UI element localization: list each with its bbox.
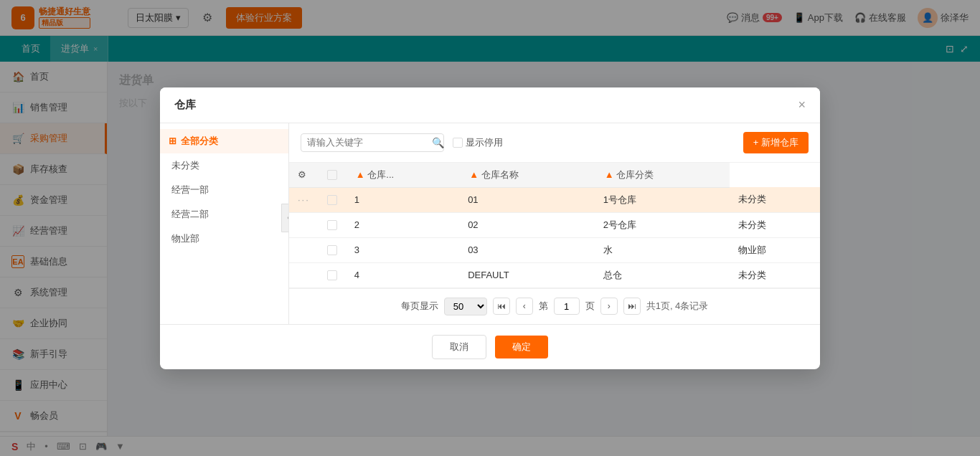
next-page-button[interactable]: › (600, 298, 618, 315)
modal-title: 仓库 (174, 98, 798, 112)
table-row[interactable]: 3 03 水 物业部 (289, 237, 820, 262)
row-name-cell: 2号仓库 (595, 212, 730, 237)
table-header-row: ⚙ ▲ 仓库... ▲ (289, 163, 820, 188)
col-category-header: ▲ 仓库分类 (595, 163, 730, 188)
row-action-cell (289, 262, 319, 288)
row-action-cell (289, 237, 319, 262)
row-index-cell: 4 (346, 262, 459, 288)
confirm-button[interactable]: 确定 (495, 336, 548, 358)
grid-icon: ⊞ (169, 136, 176, 146)
category-unclassified[interactable]: 未分类 (160, 153, 288, 178)
page-label: 第 (539, 300, 548, 313)
warehouse-modal: 仓库 × ⊞ 全部分类 未分类 经营一部 经营二部 物业部 ‹ (160, 87, 820, 369)
row-checkbox[interactable] (327, 270, 337, 280)
row-action-cell (289, 212, 319, 237)
row-action-icon[interactable]: ··· (298, 194, 310, 205)
modal-header: 仓库 × (160, 87, 820, 123)
row-checkbox[interactable] (327, 220, 337, 230)
row-category-cell: 未分类 (730, 262, 820, 288)
per-page-label: 每页显示 (401, 300, 438, 313)
row-name-cell: 总仓 (595, 262, 730, 288)
row-code-cell: 01 (459, 187, 595, 212)
row-code-cell: DEFAULT (459, 262, 595, 288)
category-operations-2[interactable]: 经营二部 (160, 202, 288, 227)
page-number-input[interactable] (554, 298, 580, 315)
col-settings-icon[interactable]: ⚙ (298, 169, 306, 180)
row-checkbox-cell (319, 237, 346, 262)
row-action-cell: ··· (289, 187, 319, 212)
select-all-checkbox[interactable] (327, 170, 337, 180)
row-checkbox[interactable] (327, 195, 337, 205)
sort-category-icon: ▲ (605, 169, 614, 180)
row-category-cell: 物业部 (730, 237, 820, 262)
row-index-cell: 1 (346, 187, 459, 212)
row-checkbox-cell (319, 187, 346, 212)
all-categories-item[interactable]: ⊞ 全部分类 (160, 129, 288, 153)
show-disabled-label: 显示停用 (466, 136, 503, 149)
table-toolbar: 🔍 显示停用 + 新增仓库 (289, 123, 820, 163)
row-code-cell: 03 (459, 237, 595, 262)
add-warehouse-button[interactable]: + 新增仓库 (743, 132, 809, 153)
search-icon: 🔍 (432, 137, 444, 148)
per-page-select[interactable]: 50 20 100 (444, 298, 487, 315)
row-checkbox-cell (319, 262, 346, 288)
col-code-header: ▲ 仓库... (346, 163, 459, 188)
search-box: 🔍 (301, 133, 444, 152)
row-code-cell: 02 (459, 212, 595, 237)
row-category-cell: 未分类 (730, 187, 820, 212)
modal-body: ⊞ 全部分类 未分类 经营一部 经营二部 物业部 ‹ 🔍 (160, 123, 820, 324)
sort-name-icon: ▲ (469, 169, 479, 180)
collapse-panel-button[interactable]: ‹ (281, 204, 289, 232)
col-name-header: ▲ 仓库名称 (459, 163, 595, 188)
chevron-left-icon: ‹ (287, 214, 289, 222)
modal-close-button[interactable]: × (798, 98, 806, 113)
total-info: 共1页, 4条记录 (646, 300, 709, 313)
modal-overlay: 仓库 × ⊞ 全部分类 未分类 经营一部 经营二部 物业部 ‹ (0, 0, 980, 456)
last-page-button[interactable]: ⏭ (623, 298, 641, 315)
col-checkbox-header (319, 163, 346, 188)
category-property[interactable]: 物业部 (160, 227, 288, 251)
row-index-cell: 2 (346, 212, 459, 237)
search-input[interactable] (307, 137, 428, 148)
pagination: 每页显示 50 20 100 ⏮ ‹ 第 页 › ⏭ 共1页, 4条记录 (289, 288, 820, 324)
cancel-button[interactable]: 取消 (432, 335, 486, 359)
show-disabled-checkbox[interactable] (453, 138, 463, 148)
table-row[interactable]: 2 02 2号仓库 未分类 (289, 212, 820, 237)
row-index-cell: 3 (346, 237, 459, 262)
row-checkbox[interactable] (327, 245, 337, 255)
table-row[interactable]: 4 DEFAULT 总仓 未分类 (289, 262, 820, 288)
row-name-cell: 1号仓库 (595, 187, 730, 212)
table-row[interactable]: ··· 1 01 1号仓库 未分类 (289, 187, 820, 212)
prev-page-button[interactable]: ‹ (516, 298, 533, 315)
warehouse-table: ⚙ ▲ 仓库... ▲ (289, 163, 820, 288)
show-disabled-checkbox-area[interactable]: 显示停用 (453, 136, 503, 149)
row-name-cell: 水 (595, 237, 730, 262)
sort-code-icon: ▲ (356, 169, 365, 180)
category-panel: ⊞ 全部分类 未分类 经营一部 经营二部 物业部 ‹ (160, 123, 289, 324)
first-page-button[interactable]: ⏮ (493, 298, 510, 315)
col-settings: ⚙ (289, 163, 319, 188)
category-operations-1[interactable]: 经营一部 (160, 178, 288, 202)
row-checkbox-cell (319, 212, 346, 237)
page-unit-label: 页 (585, 300, 595, 313)
table-panel: 🔍 显示停用 + 新增仓库 ⚙ (289, 123, 820, 324)
warehouse-table-container: ⚙ ▲ 仓库... ▲ (289, 163, 820, 288)
modal-footer: 取消 确定 (160, 324, 820, 369)
all-categories-label: 全部分类 (181, 135, 218, 148)
row-category-cell: 未分类 (730, 212, 820, 237)
